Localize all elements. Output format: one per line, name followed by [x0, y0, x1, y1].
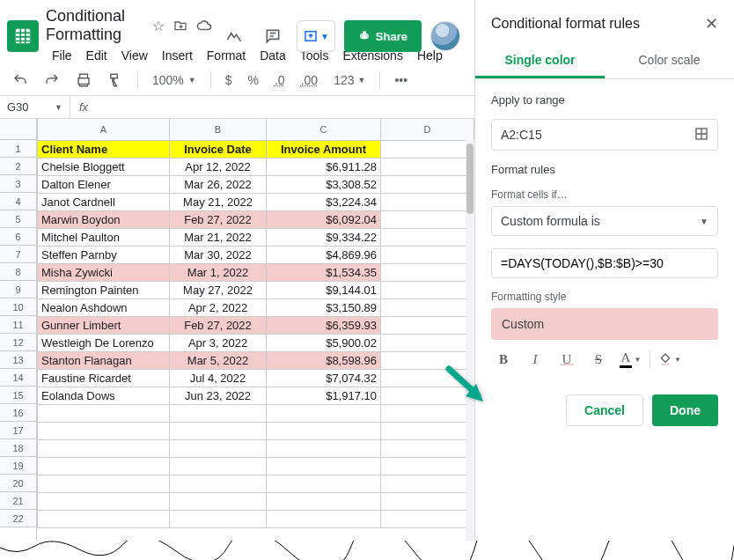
table-row[interactable]: Steffen ParnbyMar 30, 2022$4,869.96 [38, 246, 474, 263]
cell[interactable] [381, 298, 474, 316]
cell[interactable]: $4,869.96 [267, 246, 381, 263]
cell[interactable]: Feb 27, 2022 [170, 316, 267, 334]
cell[interactable]: Nealon Ashdown [38, 298, 170, 316]
cell[interactable] [381, 369, 474, 387]
row-header[interactable]: 4 [0, 193, 36, 210]
cell[interactable]: May 21, 2022 [170, 193, 267, 210]
cell[interactable]: $9,334.22 [267, 228, 381, 246]
range-input[interactable]: A2:C15 [491, 119, 718, 151]
paint-format-icon[interactable] [104, 70, 127, 90]
row-header[interactable]: 21 [0, 492, 36, 510]
cell[interactable]: Misha Zywicki [38, 263, 170, 281]
cell[interactable] [381, 228, 474, 246]
cell[interactable]: Apr 12, 2022 [170, 158, 267, 175]
col-header-C[interactable]: C [267, 119, 381, 140]
cell[interactable] [170, 439, 267, 457]
name-box[interactable]: G30▼ [0, 96, 70, 118]
cell[interactable]: Apr 3, 2022 [170, 334, 267, 351]
row-header[interactable]: 12 [0, 334, 36, 351]
row-header[interactable]: 2 [0, 158, 36, 175]
row-header[interactable]: 7 [0, 246, 36, 263]
table-row[interactable]: Westleigh De LorenzoApr 3, 2022$5,900.02 [38, 334, 474, 351]
undo-icon[interactable] [9, 70, 32, 90]
cell[interactable] [381, 210, 474, 228]
table-row[interactable]: Janot CardnellMay 21, 2022$3,224.34 [38, 193, 474, 210]
cell[interactable] [170, 475, 267, 492]
cell[interactable] [170, 492, 267, 510]
cell[interactable]: $8,598.96 [267, 351, 381, 369]
toolbar-more-icon[interactable]: ••• [391, 71, 411, 89]
cell[interactable] [381, 175, 474, 193]
cell[interactable] [381, 193, 474, 210]
table-row[interactable]: Chelsie BloggettApr 12, 2022$6,911.28 [38, 158, 474, 175]
col-header-B[interactable]: B [170, 119, 267, 140]
col-header-D[interactable]: D [381, 119, 474, 140]
cell[interactable] [267, 492, 381, 510]
cell[interactable] [381, 439, 474, 457]
present-dropdown[interactable]: ▼ [297, 20, 335, 52]
row-header[interactable]: 6 [0, 228, 36, 246]
table-row[interactable] [38, 510, 474, 527]
cell[interactable] [381, 334, 474, 351]
doc-title[interactable]: Conditional Formatting [46, 7, 143, 44]
cell[interactable]: Mar 30, 2022 [170, 246, 267, 263]
cell[interactable] [381, 510, 474, 527]
cell[interactable] [381, 246, 474, 263]
cell[interactable] [38, 510, 170, 527]
cell[interactable] [381, 158, 474, 175]
cell[interactable] [381, 422, 474, 439]
cell[interactable] [267, 510, 381, 527]
cell[interactable]: Stanton Flanagan [38, 351, 170, 369]
cell[interactable] [38, 422, 170, 439]
cell[interactable]: Mitchel Paulton [38, 228, 170, 246]
row-header[interactable]: 9 [0, 281, 36, 298]
cell[interactable] [381, 351, 474, 369]
range-select-icon[interactable] [694, 127, 708, 144]
cell[interactable]: Eolanda Dows [38, 387, 170, 404]
cell[interactable] [170, 404, 267, 422]
cell[interactable]: Marwin Boydon [38, 210, 170, 228]
italic-button[interactable]: I [523, 347, 547, 372]
table-row[interactable]: Dalton ElenerMar 26, 2022$3,308.52 [38, 175, 474, 193]
cell[interactable]: Mar 5, 2022 [170, 351, 267, 369]
table-row[interactable] [38, 457, 474, 475]
cell[interactable] [381, 387, 474, 404]
col-header-A[interactable]: A [38, 119, 170, 140]
menu-file[interactable]: File [46, 46, 78, 65]
currency-button[interactable]: $ [222, 71, 236, 89]
close-icon[interactable]: ✕ [705, 14, 718, 33]
vertical-scrollbar[interactable] [466, 140, 474, 560]
cell[interactable] [267, 457, 381, 475]
cell[interactable]: Janot Cardnell [38, 193, 170, 210]
cell[interactable] [381, 404, 474, 422]
cell[interactable] [267, 475, 381, 492]
row-header[interactable]: 19 [0, 457, 36, 475]
row-header[interactable]: 22 [0, 510, 36, 527]
cell[interactable]: $6,092.04 [267, 210, 381, 228]
row-header[interactable]: 18 [0, 439, 36, 457]
cancel-button[interactable]: Cancel [566, 394, 643, 426]
menu-view[interactable]: View [115, 46, 154, 65]
row-header[interactable]: 11 [0, 316, 36, 334]
cell[interactable] [381, 263, 474, 281]
cell[interactable] [381, 316, 474, 334]
sheets-logo[interactable] [7, 20, 39, 52]
cell[interactable]: $3,224.34 [267, 193, 381, 210]
cell[interactable]: Gunner Limbert [38, 316, 170, 334]
formula-field[interactable] [491, 248, 718, 278]
select-all-corner[interactable] [0, 119, 36, 140]
cell[interactable]: $9,144.01 [267, 281, 381, 298]
menu-edit[interactable]: Edit [80, 46, 114, 65]
cell[interactable] [38, 404, 170, 422]
avatar[interactable] [430, 21, 460, 51]
cell[interactable]: $7,074.32 [267, 369, 381, 387]
cell[interactable] [170, 422, 267, 439]
cell[interactable] [267, 422, 381, 439]
fill-color-button[interactable]: ▼ [657, 347, 682, 372]
cell[interactable] [38, 457, 170, 475]
cell[interactable] [267, 404, 381, 422]
row-header[interactable]: 1 [0, 140, 36, 158]
tab-color-scale[interactable]: Color scale [605, 44, 734, 78]
cell[interactable]: $6,359.93 [267, 316, 381, 334]
row-header[interactable]: 3 [0, 175, 36, 193]
